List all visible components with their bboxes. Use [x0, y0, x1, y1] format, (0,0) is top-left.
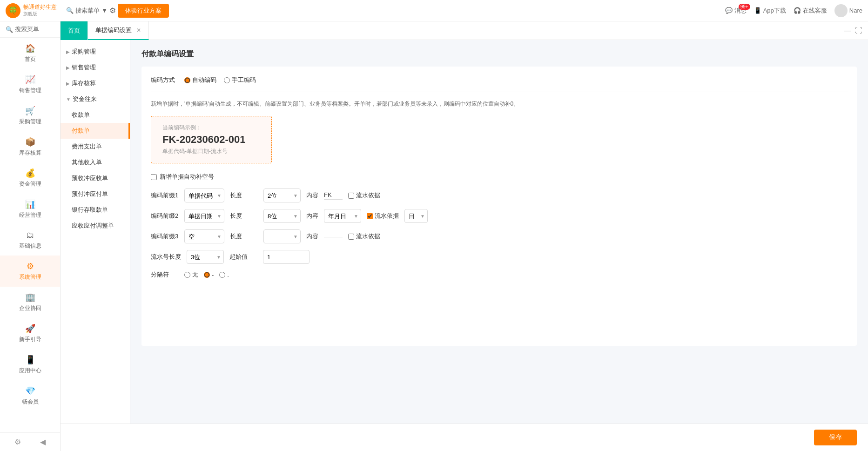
tab-encoding-settings[interactable]: 单据编码设置 ✕	[88, 21, 149, 40]
watermark1-checkbox[interactable]	[348, 193, 354, 199]
watermark2-checkbox[interactable]	[367, 213, 373, 219]
preview-label: 当前编码示例：	[162, 124, 260, 132]
sidebar-item-inventory[interactable]: 📦 库存核算	[0, 131, 60, 162]
tab-bar: 首页 单据编码设置 ✕ — ⛶	[61, 21, 868, 40]
sidebar-collapse-button[interactable]: ◀	[40, 438, 46, 446]
tab-maximize-button[interactable]: ⛶	[855, 27, 862, 35]
watermark2-checkbox-item[interactable]: 流水依据	[367, 212, 399, 220]
user-avatar-item[interactable]: Nare	[834, 4, 862, 17]
sep-none-input[interactable]	[184, 272, 190, 278]
length2-select[interactable]: 8位 6位 4位	[263, 209, 301, 223]
prefix3-row: 编码前缀3 空 单据代码 部门 业务员 ▼ 长度	[151, 229, 848, 243]
auto-fill-row: 新增单据自动补空号	[151, 173, 848, 181]
content2-label: 内容	[306, 212, 318, 220]
app-center-icon: 📱	[25, 355, 35, 365]
menu-item-bank-deposit[interactable]: 银行存取款单	[61, 202, 130, 218]
tab-home[interactable]: 首页	[61, 21, 88, 40]
sidebar-item-label: 采购管理	[19, 118, 41, 126]
sidebar-item-home[interactable]: 🏠 首页	[0, 38, 60, 69]
sep-hyphen-label: -	[212, 271, 214, 278]
sidebar-settings-button[interactable]: ⚙	[14, 438, 21, 446]
menu-group-capital: ▼ 资金往来 收款单 付款单 费用支出单 其他收入单 预收冲应收单 预付冲应付单…	[61, 91, 130, 234]
sidebar-item-new-guide[interactable]: 🚀 新手引导	[0, 318, 60, 349]
inventory-icon: 📦	[25, 137, 35, 147]
sep-dot-radio[interactable]: .	[219, 271, 229, 278]
menu-item-expense[interactable]: 费用支出单	[61, 139, 130, 155]
menu-header-capital[interactable]: ▼ 资金往来	[61, 91, 130, 107]
avatar	[834, 4, 848, 17]
menu-item-payment[interactable]: 付款单	[61, 123, 130, 139]
prefix3-select[interactable]: 空 单据代码 部门 业务员	[184, 229, 224, 243]
tab-minimize-button[interactable]: —	[844, 27, 851, 35]
headset-icon: 🎧	[794, 7, 801, 14]
menu-item-ar-ap-adjust[interactable]: 应收应付调整单	[61, 218, 130, 234]
sidebar-item-operations[interactable]: 📊 经营管理	[0, 194, 60, 225]
sep-dot-input[interactable]	[219, 272, 225, 278]
separator-row: 分隔符 无 - .	[151, 270, 848, 279]
sidebar-item-label: 销售管理	[19, 87, 41, 94]
tab-close-button[interactable]: ✕	[136, 27, 141, 34]
sidebar-item-purchase[interactable]: 🛒 采购管理	[0, 100, 60, 131]
encoding-tab-label: 单据编码设置	[95, 26, 132, 34]
watermark2-label: 流水依据	[375, 212, 399, 220]
watermark3-checkbox[interactable]	[348, 234, 354, 240]
start-value-input[interactable]	[263, 250, 310, 264]
app-download-item[interactable]: 📱 App下载	[754, 7, 786, 15]
length3-select-wrapper: ▼	[263, 229, 301, 243]
menu-header-inventory[interactable]: ▶ 库存核算	[61, 75, 130, 91]
prefix2-label: 编码前缀2	[151, 212, 179, 220]
watermark2-select[interactable]: 日 月 年	[404, 209, 428, 223]
arrow-icon: ▶	[66, 81, 70, 86]
prefix3-select-wrapper: 空 单据代码 部门 业务员 ▼	[184, 229, 224, 243]
logo-text: 畅通道好生意	[23, 4, 57, 11]
sidebar-item-membership[interactable]: 💎 畅会员	[0, 380, 60, 411]
search-menu-button[interactable]: 🔍 搜索菜单	[66, 7, 100, 15]
sidebar-item-system[interactable]: ⚙ 系统管理	[0, 256, 60, 287]
menu-header-sales[interactable]: ▶ 销售管理	[61, 60, 130, 75]
auto-encode-input[interactable]	[184, 77, 190, 83]
sep-hyphen-radio[interactable]: -	[204, 271, 214, 278]
sep-hyphen-input[interactable]	[204, 272, 210, 278]
save-button[interactable]: 保存	[814, 430, 857, 445]
menu-item-other-income[interactable]: 其他收入单	[61, 155, 130, 170]
prefix1-label: 编码前缀1	[151, 191, 179, 200]
content2-select[interactable]: 年月日 年月 年	[324, 209, 361, 223]
length1-select[interactable]: 2位 4位 6位	[263, 188, 301, 202]
manual-encode-input[interactable]	[224, 77, 230, 83]
menu-group-purchase: ▶ 采购管理	[61, 44, 130, 60]
auto-encode-radio[interactable]: 自动编码	[184, 76, 216, 84]
sidebar-search[interactable]: 🔍 搜索菜单	[0, 21, 60, 38]
prefix2-select[interactable]: 单据日期 部门 业务员 仓库 空	[184, 209, 224, 223]
message-item[interactable]: 💬 消息 99+	[725, 7, 747, 15]
sep-none-radio[interactable]: 无	[184, 270, 198, 279]
sidebar-item-app-center[interactable]: 📱 应用中心	[0, 349, 60, 380]
serial-length-select[interactable]: 3位 4位 5位 6位	[187, 250, 224, 264]
sidebar-item-enterprise[interactable]: 🏢 企业协同	[0, 287, 60, 318]
trial-button[interactable]: 体验行业方案	[118, 4, 169, 18]
manual-encode-radio[interactable]: 手工编码	[224, 76, 256, 84]
length3-select[interactable]	[263, 229, 301, 243]
left-sidebar: 🔍 搜索菜单 🏠 首页 📈 销售管理 🛒 采购管理 📦 库存核算 💰 资金管理 …	[0, 21, 61, 451]
sidebar-item-finance[interactable]: 💰 资金管理	[0, 162, 60, 194]
nav-dropdown-button[interactable]: ▼	[101, 7, 108, 14]
menu-label: 采购管理	[72, 47, 96, 56]
menu-header-purchase[interactable]: ▶ 采购管理	[61, 44, 130, 60]
sidebar-item-basics[interactable]: 🗂 基础信息	[0, 225, 60, 256]
tab-bar-actions: — ⛶	[844, 27, 868, 35]
prefix1-select[interactable]: 单据代码 部门 业务员 仓库 空	[184, 188, 224, 202]
app-icon: 📱	[754, 7, 761, 14]
settings-button[interactable]: ⚙	[109, 6, 116, 15]
page-title: 付款单编码设置	[141, 49, 857, 59]
message-badge: 99+	[739, 4, 750, 10]
menu-item-advance-receivable[interactable]: 预收冲应收单	[61, 170, 130, 186]
auto-encode-label: 自动编码	[192, 76, 216, 84]
menu-item-receipt[interactable]: 收款单	[61, 107, 130, 123]
menu-item-advance-payable[interactable]: 预付冲应付单	[61, 186, 130, 202]
sidebar-item-sales[interactable]: 📈 销售管理	[0, 69, 60, 100]
arrow-icon: ▶	[66, 65, 70, 70]
online-service-item[interactable]: 🎧 在线客服	[794, 7, 827, 15]
watermark1-checkbox-item[interactable]: 流水依据	[348, 191, 380, 200]
auto-fill-checkbox[interactable]	[151, 174, 157, 180]
watermark3-checkbox-item[interactable]: 流水依据	[348, 232, 380, 241]
watermark1-label: 流水依据	[356, 191, 380, 200]
